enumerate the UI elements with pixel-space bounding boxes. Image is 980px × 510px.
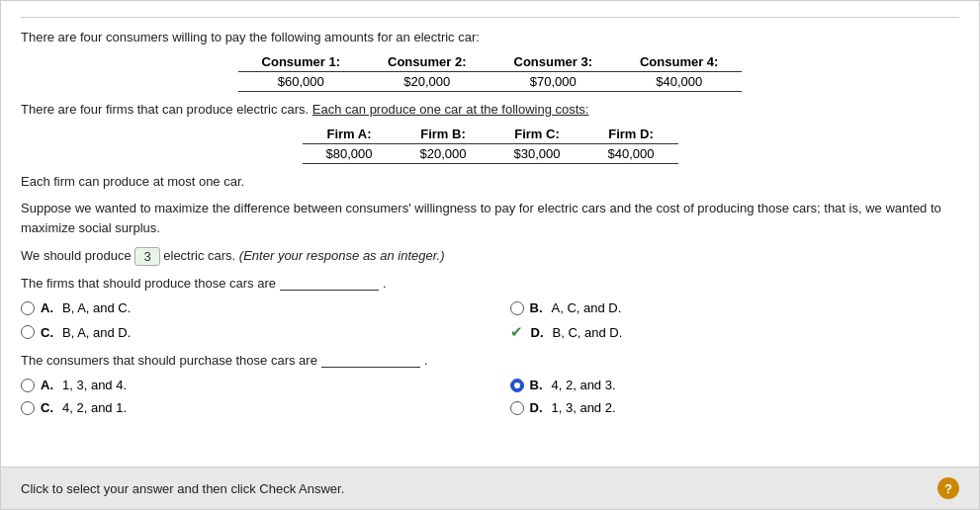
firms-radio-b[interactable]: [510, 301, 524, 315]
consumers-text-c: 4, 2, and 1.: [62, 400, 127, 415]
statement2-text: Suppose we wanted to maximize the differ…: [21, 199, 959, 237]
question1-line: We should produce 3 electric cars. (Ente…: [21, 247, 959, 266]
statement2-section: Suppose we wanted to maximize the differ…: [21, 199, 959, 237]
consumers-label-c: C.: [41, 400, 56, 415]
firms-text-a: B, A, and C.: [62, 300, 131, 315]
consumer4-value: $40,000: [616, 72, 742, 92]
firma-header: Firm A:: [303, 125, 397, 144]
firms-radio-a[interactable]: [21, 301, 35, 315]
firms-intro-text: There are four firms that can produce el…: [21, 102, 959, 117]
consumers-radio-c[interactable]: [21, 401, 35, 415]
consumer1-header: Consumer 1:: [238, 52, 364, 72]
consumers-label-a: A.: [41, 378, 56, 392]
consumers-radio-b[interactable]: [510, 379, 524, 392]
checkmark-icon: ✔: [510, 323, 523, 341]
consumer2-value: $20,000: [364, 72, 490, 92]
consumers-text-a: 1, 3, and 4.: [62, 378, 127, 392]
intro-text: There are four consumers willing to pay …: [21, 30, 959, 44]
question2-block: The firms that should produce those cars…: [21, 276, 959, 343]
firms-label-b: B.: [530, 300, 546, 315]
q3-blank: [321, 367, 420, 368]
firmc-value: $30,000: [490, 144, 584, 164]
consumer2-header: Consumer 2:: [364, 52, 490, 72]
consumers-option-b[interactable]: B. 4, 2, and 3.: [510, 376, 960, 394]
consumer4-header: Consumer 4:: [616, 52, 742, 72]
consumers-radio-d[interactable]: [510, 401, 524, 415]
firma-value: $80,000: [303, 144, 397, 164]
page-container: There are four consumers willing to pay …: [0, 0, 980, 510]
consumer1-value: $60,000: [238, 72, 364, 92]
firmc-header: Firm C:: [490, 125, 584, 144]
firms-label-a: A.: [41, 300, 56, 315]
consumer3-value: $70,000: [490, 72, 616, 92]
consumers-radio-a[interactable]: [21, 379, 35, 392]
firms-text-c: B, A, and D.: [62, 325, 131, 340]
help-button[interactable]: ?: [937, 477, 959, 499]
q1-answer: 3: [134, 247, 159, 266]
consumers-text-d: 1, 3, and 2.: [552, 400, 616, 415]
firms-option-b[interactable]: B. A, C, and D.: [510, 298, 960, 317]
firms-section: There are four firms that can produce el…: [21, 102, 959, 164]
question3-line: The consumers that should purchase those…: [21, 353, 959, 368]
question3-block: The consumers that should purchase those…: [21, 353, 959, 417]
firms-radio-c[interactable]: [21, 325, 35, 339]
consumer3-header: Consumer 3:: [490, 52, 616, 72]
consumers-option-c[interactable]: C. 4, 2, and 1.: [21, 398, 471, 417]
firms-options-grid: A. B, A, and C. B. A, C, and D. C. B, A,…: [21, 298, 959, 343]
consumers-options-grid: A. 1, 3, and 4. B. 4, 2, and 3. C. 4, 2,…: [21, 376, 959, 417]
q1-prefix: We should produce: [21, 248, 132, 263]
firms-label-c: C.: [41, 325, 56, 340]
question1-block: We should produce 3 electric cars. (Ente…: [21, 247, 959, 266]
firms-table: Firm A: Firm B: Firm C: Firm D: $80,000 …: [303, 125, 678, 164]
intro-section: There are four consumers willing to pay …: [21, 17, 959, 92]
consumers-option-a[interactable]: A. 1, 3, and 4.: [21, 376, 471, 394]
statement1-text: Each firm can produce at most one car.: [21, 174, 959, 189]
firms-text-d: B, C, and D.: [553, 325, 623, 340]
bottom-bar: Click to select your answer and then cli…: [1, 467, 979, 509]
firms-text-b: A, C, and D.: [552, 300, 622, 315]
q2-blank: [280, 290, 379, 291]
q1-hint: (Enter your response as an integer.): [239, 248, 445, 263]
firmb-header: Firm B:: [397, 125, 490, 144]
statement1-section: Each firm can produce at most one car.: [21, 174, 959, 189]
firmb-value: $20,000: [397, 144, 490, 164]
firms-option-c[interactable]: C. B, A, and D.: [21, 321, 471, 343]
bottom-text: Click to select your answer and then cli…: [21, 481, 344, 496]
firms-label-d: D.: [531, 325, 547, 340]
firmd-header: Firm D:: [584, 125, 678, 144]
consumers-table: Consumer 1: Consumer 2: Consumer 3: Cons…: [238, 52, 743, 92]
firmd-value: $40,000: [584, 144, 678, 164]
firms-option-d[interactable]: ✔ D. B, C, and D.: [510, 321, 960, 343]
consumers-label-b: B.: [530, 378, 546, 392]
consumers-label-d: D.: [530, 400, 546, 415]
consumers-option-d[interactable]: D. 1, 3, and 2.: [510, 398, 960, 417]
consumers-text-b: 4, 2, and 3.: [552, 378, 616, 392]
firms-option-a[interactable]: A. B, A, and C.: [21, 298, 471, 317]
question2-line: The firms that should produce those cars…: [21, 276, 959, 291]
